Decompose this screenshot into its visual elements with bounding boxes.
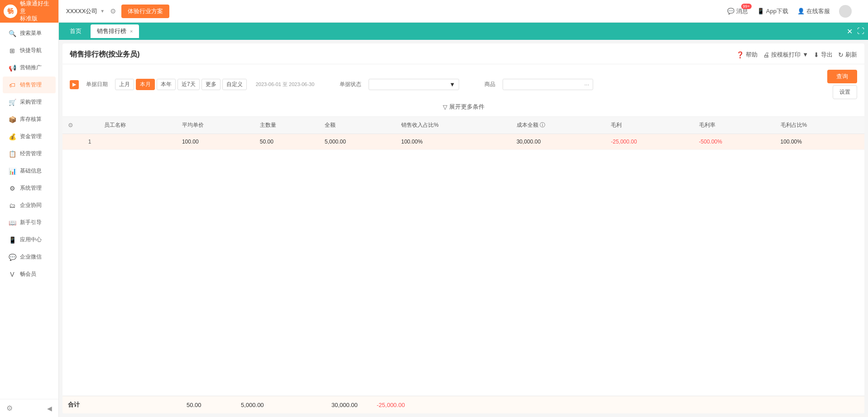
service-icon: 👤 [797, 8, 805, 14]
tab-maximize-button[interactable]: ⛶ [857, 27, 864, 35]
col-sales-pct: 销售收入占比% [396, 117, 511, 134]
cart-icon: 🛒 [8, 99, 16, 106]
last-month-btn[interactable]: 上月 [115, 79, 134, 90]
gear-icon: ⚙ [8, 185, 16, 192]
cell-name [99, 134, 177, 150]
megaphone-icon: 📢 [8, 64, 16, 72]
sidebar-settings-icon[interactable]: ⚙ [6, 404, 13, 412]
page-header: 销售排行榜(按业务员) ❓ 帮助 🖨 按模板打印 ▼ ⬇ 导出 [62, 43, 864, 64]
col-rank [81, 117, 99, 134]
status-dropdown[interactable]: ▼ [369, 79, 459, 90]
more-btn[interactable]: 更多 [201, 79, 221, 90]
sidebar-item-search[interactable]: 🔍 搜索菜单 [3, 25, 56, 42]
sidebar-item-sales[interactable]: 🏷 销售管理 [3, 77, 56, 93]
query-button[interactable]: 查询 [827, 70, 857, 83]
avatar[interactable] [839, 5, 852, 18]
refresh-button[interactable]: ↻ 刷新 [838, 51, 857, 59]
sidebar-collapse-icon[interactable]: ◀ [47, 405, 52, 412]
goods-more-icon[interactable]: ··· [585, 81, 590, 88]
sidebar-item-member[interactable]: V 畅会员 [3, 266, 56, 283]
company-selector[interactable]: XXXXX公司 ▼ [66, 7, 105, 15]
sidebar-item-wechat[interactable]: 💬 企业微信 [3, 249, 56, 265]
cell-quantity: 50.00 [254, 134, 319, 150]
page-actions: ❓ 帮助 🖨 按模板打印 ▼ ⬇ 导出 ↻ 刷新 [736, 51, 857, 59]
table-container: ⚙ 员工名称 平均单价 主数量 全额 销售收入占比% 成本全额 ⓘ 毛利 毛利率… [62, 117, 864, 396]
last7-btn[interactable]: 近7天 [177, 79, 200, 90]
content-area: 销售排行榜(按业务员) ❓ 帮助 🖨 按模板打印 ▼ ⬇ 导出 [59, 40, 868, 417]
topbar-settings-icon[interactable]: ⚙ [110, 7, 116, 15]
this-month-btn[interactable]: 本月 [136, 79, 155, 90]
sidebar-item-system[interactable]: ⚙ 系统管理 [3, 180, 56, 197]
notification-item[interactable]: 💬 消息 99+ [727, 7, 748, 15]
custom-btn[interactable]: 自定义 [222, 79, 247, 90]
cell-gross-pct: 100.00% [775, 134, 864, 150]
tabbar: 首页 销售排行榜 × ✕ ⛶ [59, 23, 868, 40]
sidebar-bottom: ⚙ ◀ [0, 399, 58, 417]
company-name: XXXXX公司 [66, 7, 97, 15]
help-icon: ❓ [736, 51, 744, 58]
sidebar-item-finance[interactable]: 💰 资金管理 [3, 128, 56, 145]
message-icon: 💬 [727, 8, 734, 14]
col-settings: ⚙ [62, 117, 81, 134]
footer-amount: 5,000.00 [235, 402, 281, 408]
sidebar-item-basic[interactable]: 📊 基础信息 [3, 163, 56, 179]
sidebar-item-shortcut[interactable]: ⊞ 快捷导航 [3, 42, 56, 59]
col-name: 员工名称 [99, 117, 177, 134]
query-area: 查询 设置 [827, 70, 857, 99]
app-download-item[interactable]: 📱 App下载 [757, 7, 788, 15]
sidebar-item-marketing[interactable]: 📢 营销推广 [3, 59, 56, 76]
cell-settings [62, 134, 81, 150]
table-row: 1 100.00 50.00 5,000.00 100.00% 30,000.0… [62, 134, 864, 150]
tab-home[interactable]: 首页 [62, 23, 89, 40]
search-icon: 🔍 [8, 30, 16, 37]
filter-area: ▶ 单据日期 上月 本月 本年 近7天 更多 自定义 2023-06-01 至 … [62, 64, 864, 117]
help-button[interactable]: ❓ 帮助 [736, 51, 758, 59]
sidebar-item-operation[interactable]: 📋 经营管理 [3, 145, 56, 162]
app-icon: 📱 [757, 8, 764, 14]
goods-input[interactable]: ··· [503, 79, 593, 90]
date-filter-label: 单据日期 [86, 81, 108, 88]
filter-collapse-btn[interactable]: ▶ [70, 80, 79, 89]
this-year-btn[interactable]: 本年 [157, 79, 176, 90]
box-icon: 📦 [8, 116, 16, 123]
print-button[interactable]: 🖨 按模板打印 ▼ [763, 51, 808, 59]
sidebar-item-apps[interactable]: 📱 应用中心 [3, 231, 56, 248]
cell-sales-pct: 100.00% [396, 134, 511, 150]
tab-close-icon[interactable]: × [130, 29, 133, 34]
export-button[interactable]: ⬇ 导出 [814, 51, 833, 59]
cell-rank: 1 [81, 134, 99, 150]
expand-icon: ▽ [443, 104, 447, 110]
folder-icon: 🗂 [8, 202, 16, 209]
chart-icon: 📊 [8, 168, 16, 175]
table-settings-icon[interactable]: ⚙ [68, 122, 73, 129]
print-dropdown-arrow: ▼ [802, 51, 808, 58]
footer-cost: 30,000.00 [326, 402, 371, 408]
tab-close-window-button[interactable]: ✕ [847, 27, 853, 36]
member-icon: V [8, 271, 16, 278]
sidebar-logo: 畅 畅康通好生意 标准版 [0, 0, 58, 23]
online-service-item[interactable]: 👤 在线客服 [797, 7, 830, 15]
status-dropdown-arrow: ▼ [449, 81, 455, 88]
footer-gross: -25,000.00 [371, 402, 417, 408]
export-icon: ⬇ [814, 51, 819, 58]
trial-button[interactable]: 体验行业方案 [121, 5, 169, 18]
sidebar-item-guide[interactable]: 📖 新手引导 [3, 214, 56, 231]
col-quantity: 主数量 [254, 117, 319, 134]
sidebar-item-inventory[interactable]: 📦 库存核算 [3, 111, 56, 128]
notification-badge: 99+ [741, 4, 752, 9]
expand-row: ▽ 展开更多条件 [70, 103, 857, 111]
sidebar-item-purchase[interactable]: 🛒 采购管理 [3, 94, 56, 110]
goods-filter-label: 商品 [484, 81, 495, 88]
settings-button[interactable]: 设置 [833, 85, 857, 99]
sidebar-item-enterprise[interactable]: 🗂 企业协同 [3, 197, 56, 214]
col-amount: 全额 [319, 117, 396, 134]
ranking-table: ⚙ 员工名称 平均单价 主数量 全额 销售收入占比% 成本全额 ⓘ 毛利 毛利率… [62, 117, 864, 150]
footer-quantity: 50.00 [181, 402, 235, 408]
wechat-icon: 💬 [8, 254, 16, 261]
expand-conditions-btn[interactable]: ▽ 展开更多条件 [443, 103, 484, 111]
col-gross-pct: 毛利占比% [775, 117, 864, 134]
cell-avg-price: 100.00 [177, 134, 254, 150]
col-cost: 成本全额 ⓘ [511, 117, 606, 134]
cell-gross-rate: -500.00% [694, 134, 775, 150]
tab-sales-ranking[interactable]: 销售排行榜 × [91, 24, 139, 38]
